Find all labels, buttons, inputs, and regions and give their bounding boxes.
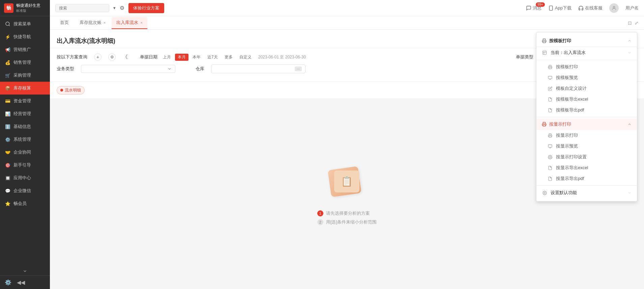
sidebar-item-purchase[interactable]: 🛒 采购管理 (0, 69, 50, 82)
date-btn-current-year[interactable]: 本年 (190, 54, 203, 61)
empty-step-2: 2 用[选]条件来缩小分析范围 (317, 219, 377, 225)
industry-btn[interactable]: 体验行业方案 (128, 3, 164, 13)
tab-close-flow[interactable]: × (140, 21, 142, 25)
filter-settings-btn[interactable]: ⚙ (108, 53, 116, 61)
tab-flow[interactable]: 出入库流水 × (112, 17, 147, 29)
filter-collapse-btn[interactable]: 《 (122, 54, 128, 61)
app-download-btn[interactable]: App下载 (548, 5, 572, 11)
sidebar-item-inventory[interactable]: 📦 库存核算 (0, 82, 50, 95)
print-dropdown-panel: 按模板打印 当前：出入库流水 按模板打印 按模板预览 模板自定义设计 按模板 (536, 32, 637, 202)
topbar-gear-icon[interactable]: ⚙ (120, 5, 124, 11)
sidebar-label-guide: 新手引导 (13, 162, 31, 168)
tab-maximize-icon[interactable]: ⤢ (635, 20, 639, 26)
date-btn-last-month[interactable]: 上月 (160, 54, 174, 61)
sidebar-item-wecom[interactable]: 💬 企业微信 (0, 184, 50, 197)
sidebar-item-system[interactable]: ⚙️ 系统管理 (0, 133, 50, 146)
dropdown-display-print[interactable]: 按显示打印 (536, 130, 637, 141)
sidebar-label-member: 畅会员 (13, 201, 27, 207)
finance-icon: 💳 (5, 98, 11, 104)
tab-inventory-batch[interactable]: 库存批次账 × (75, 17, 110, 29)
template-pdf-icon (547, 107, 553, 113)
dropdown-template-print[interactable]: 按模板打印 (536, 61, 637, 72)
dropdown-template-custom[interactable]: 模板自定义设计 (536, 83, 637, 94)
dropdown-current-template[interactable]: 当前：出入库流水 (536, 47, 637, 58)
message-btn[interactable]: 消息 99+ (526, 5, 541, 11)
search-input[interactable] (55, 4, 109, 12)
dropdown-header: 按模板打印 (536, 35, 637, 47)
sidebar-scroll-down[interactable] (0, 267, 50, 275)
sidebar-item-guide[interactable]: 🎯 新手引导 (0, 159, 50, 172)
empty-illustration: 📋 (327, 163, 367, 204)
filter-scheme-label: 按以下方案查询 (57, 54, 87, 60)
inventory-icon: 📦 (5, 85, 11, 91)
date-btn-7days[interactable]: 近7天 (205, 54, 221, 61)
sidebar-item-marketing[interactable]: 📢 营销推广 (0, 43, 50, 56)
sidebar-item-quick-nav[interactable]: ⚡ 快捷导航 (0, 30, 50, 43)
tag-flow-detail[interactable]: 流水明细 (57, 86, 85, 95)
dropdown-display-pdf[interactable]: 按显示导出pdf (536, 173, 637, 184)
date-btn-custom[interactable]: 自定义 (237, 54, 254, 61)
biz-type-select[interactable] (81, 65, 175, 73)
tag-dot-icon (60, 89, 63, 91)
step-num-1: 1 (317, 210, 323, 216)
warehouse-select[interactable]: ··· (211, 64, 305, 73)
dropdown-template-excel[interactable]: 按模板导出excel (536, 94, 637, 105)
logo-badge: 标准版 (16, 8, 40, 13)
warehouse-label: 仓库 (196, 66, 204, 72)
sidebar-item-finance[interactable]: 💳 资金管理 (0, 95, 50, 107)
sidebar-logo: 畅 畅捷通好生意 标准版 (0, 0, 50, 16)
dropdown-print-icon (542, 38, 547, 43)
sidebar-item-apps[interactable]: 🔲 应用中心 (0, 172, 50, 184)
date-btn-current-month[interactable]: 本月 (175, 54, 188, 61)
type-label: 单据类型 (516, 54, 533, 60)
dropdown-header-arrow-icon (627, 39, 632, 43)
service-btn[interactable]: 在线客服 (578, 5, 603, 11)
empty-text: 1 请先选择要分析的方案 2 用[选]条件来缩小分析范围 (317, 210, 377, 225)
sales-icon: 💰 (5, 59, 11, 65)
search-chevron-icon[interactable]: ▾ (113, 5, 116, 10)
username-label[interactable]: 用户名 (625, 5, 639, 11)
tab-restore-icon[interactable]: ⊡ (628, 20, 632, 26)
illustration-box-front: 📋 (334, 170, 359, 192)
page-title: 出入库流水(流水明细) (57, 37, 115, 45)
template-preview-icon (547, 75, 553, 80)
dropdown-default-fn[interactable]: 设置默认功能 (536, 187, 637, 199)
sidebar-item-collab[interactable]: 🤝 企业协同 (0, 146, 50, 159)
svg-rect-16 (549, 136, 551, 137)
tab-home[interactable]: 首页 (55, 17, 74, 29)
collapse-sidebar-icon[interactable]: ◀◀ (17, 279, 25, 286)
sidebar-label-system: 系统管理 (13, 136, 31, 142)
sidebar-item-search[interactable]: 搜索菜单 (0, 18, 50, 30)
empty-step-1: 1 请先选择要分析的方案 (317, 210, 377, 216)
sidebar-item-sales[interactable]: 💰 销售管理 (0, 56, 50, 69)
display-excel-icon (547, 165, 553, 170)
avatar[interactable] (609, 3, 619, 13)
date-options: 上月 本月 本年 近7天 更多 自定义 (160, 54, 254, 61)
sidebar-item-operations[interactable]: 📊 经营管理 (0, 107, 50, 120)
wecom-icon: 💬 (5, 188, 11, 194)
dropdown-template-pdf[interactable]: 按模板导出pdf (536, 105, 637, 115)
svg-rect-17 (548, 144, 552, 147)
sidebar-item-member[interactable]: ⭐ 畅会员 (0, 197, 50, 210)
sidebar-label-apps: 应用中心 (13, 175, 31, 181)
svg-rect-12 (548, 76, 552, 79)
purchase-icon: 🛒 (5, 72, 11, 78)
settings-gear-icon[interactable]: ⚙️ (5, 279, 11, 286)
dropdown-display-section-header[interactable]: 按显示打印 (536, 119, 637, 130)
svg-point-20 (549, 156, 550, 157)
display-print-icon (547, 133, 553, 138)
filter-add-btn[interactable]: + (94, 53, 101, 61)
sidebar-label-sales: 销售管理 (13, 59, 31, 65)
sidebar-item-basic[interactable]: ℹ️ 基础信息 (0, 120, 50, 133)
message-badge: 99+ (536, 2, 545, 7)
quick-nav-icon: ⚡ (5, 34, 11, 40)
dropdown-display-settings[interactable]: 按显示打印设置 (536, 152, 637, 162)
dropdown-display-excel[interactable]: 按显示导出excel (536, 162, 637, 173)
tab-close-inventory-batch[interactable]: × (104, 21, 106, 25)
date-label: 单据日期 (140, 54, 157, 60)
biz-type-label: 业务类型 (57, 66, 74, 72)
current-template-icon (542, 50, 547, 55)
dropdown-display-preview[interactable]: 按显示预览 (536, 141, 637, 152)
dropdown-template-preview[interactable]: 按模板预览 (536, 72, 637, 83)
date-btn-more[interactable]: 更多 (222, 54, 235, 61)
